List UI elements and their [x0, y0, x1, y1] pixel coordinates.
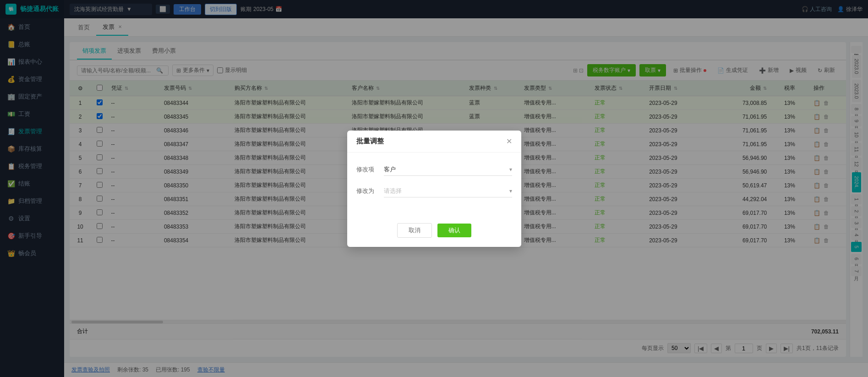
modal-field-select[interactable]: 客户 ▾ — [384, 164, 512, 176]
modal-change-placeholder: 请选择 — [384, 187, 402, 195]
modal-close-button[interactable]: ✕ — [506, 137, 512, 146]
modal-header: 批量调整 ✕ — [347, 131, 521, 153]
modal-change-select[interactable]: 请选择 ▾ — [384, 185, 512, 197]
batch-adjust-modal: 批量调整 ✕ 修改项 客户 ▾ 修改为 请选择 ▾ 取消 确认 — [347, 131, 521, 247]
modal-field-value: 客户 — [384, 165, 396, 174]
modal-title: 批量调整 — [356, 137, 384, 146]
modal-cancel-button[interactable]: 取消 — [397, 223, 432, 238]
modal-confirm-button[interactable]: 确认 — [437, 224, 471, 237]
modal-footer: 取消 确认 — [347, 218, 521, 247]
modal-change-arrow: ▾ — [509, 188, 512, 194]
modal-field-row: 修改项 客户 ▾ — [356, 164, 512, 176]
modal-change-label: 修改为 — [356, 187, 384, 195]
modal-field-arrow: ▾ — [509, 166, 512, 173]
modal-body: 修改项 客户 ▾ 修改为 请选择 ▾ — [347, 153, 521, 218]
modal-change-row: 修改为 请选择 ▾ — [356, 185, 512, 197]
modal-overlay: 批量调整 ✕ 修改项 客户 ▾ 修改为 请选择 ▾ 取消 确认 — [0, 0, 868, 377]
modal-field-label: 修改项 — [356, 165, 384, 174]
